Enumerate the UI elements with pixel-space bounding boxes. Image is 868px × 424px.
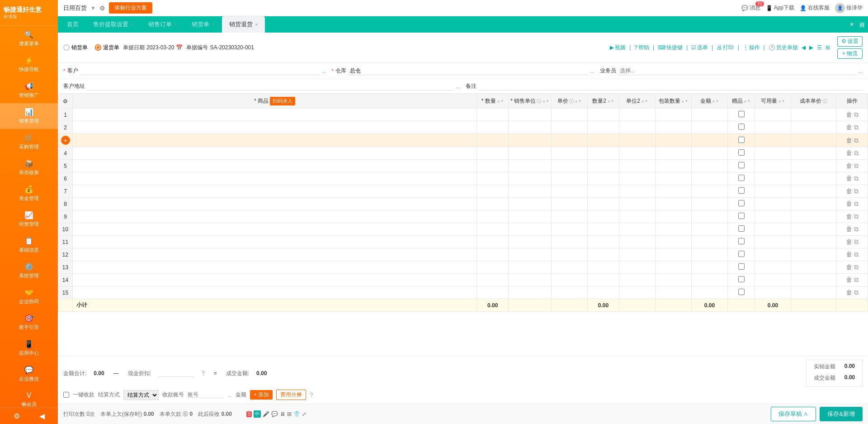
price-cell[interactable]	[552, 134, 588, 147]
gift-checkbox[interactable]	[738, 162, 745, 168]
product-cell[interactable]	[73, 172, 477, 185]
gift-cell[interactable]	[728, 236, 755, 248]
add-btn[interactable]: + 添加	[250, 390, 273, 400]
cost-cell[interactable]	[791, 274, 836, 286]
address-dots[interactable]: ...	[456, 83, 460, 90]
copy-row-btn[interactable]: ⧉	[854, 162, 859, 170]
gift-cell[interactable]	[728, 185, 755, 198]
logistics-btn[interactable]: + 物流	[837, 48, 863, 59]
delete-row-btn[interactable]: 🗑	[846, 238, 852, 246]
copy-row-btn[interactable]: ⧉	[854, 187, 859, 195]
amount-cell[interactable]	[692, 274, 728, 286]
one-click-payment-checkbox[interactable]	[63, 392, 69, 398]
unit-cell[interactable]	[509, 172, 552, 185]
chat-icon[interactable]: 💬	[271, 411, 278, 417]
grid-icon[interactable]: ⊞	[287, 411, 292, 417]
available-cell[interactable]	[755, 172, 791, 185]
gift-cell[interactable]	[728, 172, 755, 185]
qty2-cell[interactable]	[588, 121, 619, 134]
sidebar-item-member[interactable]: V 畅会员	[0, 387, 58, 408]
gear-settings-btn[interactable]: ⚙	[99, 5, 105, 12]
radio-return-label[interactable]: 退货单	[95, 44, 119, 52]
operate-btn[interactable]: ⋮ 操作	[743, 44, 760, 52]
radio-return-btn[interactable]	[95, 44, 101, 51]
qty2-cell[interactable]	[588, 236, 619, 248]
qty-cell[interactable]	[477, 223, 509, 236]
copy-row-btn[interactable]: ⧉	[854, 225, 859, 233]
unit-cell[interactable]	[509, 147, 552, 160]
price-cell[interactable]	[552, 236, 588, 248]
amount-cell[interactable]	[692, 223, 728, 236]
product-cell[interactable]	[73, 210, 477, 223]
qty-cell[interactable]	[477, 274, 509, 286]
qty-cell[interactable]	[477, 185, 509, 198]
save-draft-btn[interactable]: 保存草稿 ∧	[771, 407, 816, 421]
qty2-cell[interactable]	[588, 198, 619, 210]
cost-cell[interactable]	[791, 248, 836, 261]
amount-cell[interactable]	[692, 210, 728, 223]
available-cell[interactable]	[755, 134, 791, 147]
unit-cell[interactable]	[509, 185, 552, 198]
qty-cell[interactable]	[477, 121, 509, 134]
unit-cell[interactable]	[509, 236, 552, 248]
sidebar-item-operations[interactable]: 📈 经营管理	[0, 206, 58, 232]
qty2-cell[interactable]	[588, 274, 619, 286]
discount-input[interactable]	[158, 370, 194, 377]
gift-checkbox[interactable]	[738, 200, 745, 206]
available-cell[interactable]	[755, 274, 791, 286]
amount-cell[interactable]	[692, 134, 728, 147]
sidebar-item-inventory[interactable]: 📦 库存核算	[0, 155, 58, 181]
expand-icon[interactable]: ⤢	[302, 411, 307, 417]
message-btn[interactable]: 💬 70 消息	[741, 4, 760, 12]
qty-cell[interactable]	[477, 248, 509, 261]
available-cell[interactable]	[755, 261, 791, 274]
unit2-cell[interactable]	[619, 121, 656, 134]
delete-row-btn[interactable]: 🗑	[846, 137, 852, 144]
product-cell[interactable]	[73, 236, 477, 248]
delete-row-btn[interactable]: 🗑	[846, 187, 852, 195]
cost-cell[interactable]	[791, 121, 836, 134]
cost-cell[interactable]	[791, 172, 836, 185]
unit-cell[interactable]	[509, 286, 552, 299]
expense-info-icon[interactable]: ?	[310, 392, 313, 398]
gift-cell[interactable]	[728, 261, 755, 274]
gift-checkbox[interactable]	[738, 276, 745, 282]
pack-cell[interactable]	[656, 147, 692, 160]
tab-close-all-btn[interactable]: ✕	[848, 20, 856, 29]
unit2-sort[interactable]: 单位2 ▲▼	[626, 97, 648, 105]
price-cell[interactable]	[552, 274, 588, 286]
gift-checkbox[interactable]	[738, 238, 745, 244]
gift-cell[interactable]	[728, 160, 755, 172]
qty2-cell[interactable]	[588, 134, 619, 147]
qty2-cell[interactable]	[588, 160, 619, 172]
product-cell[interactable]	[73, 109, 477, 121]
sidebar-item-purchase[interactable]: 🛒 采购管理	[0, 129, 58, 155]
user-info-btn[interactable]: 👤 徐泽华	[835, 3, 863, 13]
radio-sale-label[interactable]: 销货单	[63, 44, 88, 52]
unit2-cell[interactable]	[619, 185, 656, 198]
delete-row-btn[interactable]: 🗑	[846, 149, 852, 157]
unit2-cell[interactable]	[619, 274, 656, 286]
warehouse-input[interactable]	[348, 67, 588, 75]
settings-btn[interactable]: ⚙ 设置	[837, 36, 863, 47]
sidebar-item-search[interactable]: 🔍 搜索菜单	[0, 26, 58, 52]
delete-row-btn[interactable]: 🗑	[846, 200, 852, 208]
tab-sale-price-close[interactable]: ×	[131, 22, 134, 27]
price-cell[interactable]	[552, 286, 588, 299]
cost-cell[interactable]	[791, 210, 836, 223]
product-cell[interactable]	[73, 198, 477, 210]
delete-row-btn[interactable]: 🗑	[846, 263, 852, 271]
price-cell[interactable]	[552, 248, 588, 261]
qty-cell[interactable]	[477, 286, 509, 299]
pack-cell[interactable]	[656, 261, 692, 274]
copy-row-btn[interactable]: ⧉	[854, 175, 859, 182]
amount-cell[interactable]	[692, 160, 728, 172]
cost-cell[interactable]	[791, 261, 836, 274]
unit-cell[interactable]	[509, 134, 552, 147]
scan-btn[interactable]: 扫码录入	[270, 97, 295, 105]
copy-row-btn[interactable]: ⧉	[854, 251, 859, 258]
delete-row-btn[interactable]: 🗑	[846, 289, 852, 296]
available-cell[interactable]	[755, 236, 791, 248]
tab-sale-return[interactable]: 销货退货 ×	[222, 16, 265, 33]
unit-sort[interactable]: * 销售单位 ⓘ ▲▼	[510, 97, 549, 105]
